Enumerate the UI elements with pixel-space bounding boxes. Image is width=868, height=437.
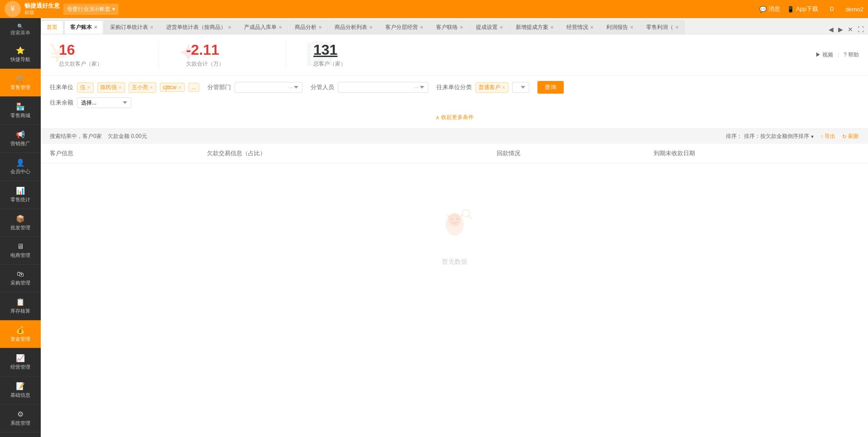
sidebar-item-retail-mall[interactable]: 🏪零售商城 [0,97,41,125]
col-due-date: 到期未收款日期 [645,144,868,163]
unit-tag-1-value: 伍 [80,84,86,91]
tab-close-product-inbound[interactable]: ✕ [278,25,282,30]
tab-close-business-situation[interactable]: ✕ [590,25,594,30]
tab-label-profit-report: 利润报告 [606,24,628,31]
unit-tag-2-remove[interactable]: ✕ [118,85,122,90]
inventory-label: 库存核算 [2,308,38,314]
tab-promotion-settings[interactable]: 提成设置✕ [470,20,509,34]
sidebar-item-purchase[interactable]: 🛍采购管理 [0,265,41,292]
sort-label: 排序： [726,133,742,140]
tab-product-analysis-list[interactable]: 商品分析列表✕ [329,20,379,34]
tab-close-profit-report[interactable]: ✕ [630,25,633,30]
tab-profit-report[interactable]: 利润报告✕ [600,20,639,34]
tab-purchase-order[interactable]: 采购订单统计表✕ [104,20,159,34]
tab-close-promotion-settings[interactable]: ✕ [499,25,503,30]
sidebar-item-inventory[interactable]: 📋库存核算 [0,292,41,320]
search-menu-btn[interactable]: 🔍 搜索菜单 [10,24,30,36]
app-title: 畅捷通好生意 [24,2,60,10]
tab-label-purchase-order: 采购订单统计表 [110,24,148,31]
export-btn[interactable]: ↑ 导出 [820,133,835,140]
avatar-text: D [830,6,834,12]
total-debt-value: -2.11 [186,42,224,58]
query-btn[interactable]: 查询 [537,81,564,94]
tab-close-all-btn[interactable]: ✕ [846,25,855,34]
tab-label-new-promotion: 新增提成方案 [516,24,548,31]
col-customer-info: 客户信息 [41,144,198,163]
tab-close-product-analysis[interactable]: ✕ [318,25,322,30]
tab-retail-profit[interactable]: 零售利润（✕ [640,20,685,34]
tab-label-home: 首页 [47,24,58,31]
sidebar-item-system[interactable]: ⚙系统管理 [0,404,41,432]
sidebar-item-operation[interactable]: 📈经营管理 [0,348,41,376]
tab-business-situation[interactable]: 经营情况✕ [561,20,599,34]
tab-customer-tier[interactable]: 客户分层经营✕ [379,20,429,34]
tab-close-product-analysis-list[interactable]: ✕ [369,25,373,30]
unit-tag-4-remove[interactable]: ✕ [178,85,182,90]
finance-label: 资金管理 [2,336,38,342]
basic-info-label: 基础信息 [2,392,38,399]
sidebar-search-area: 🔍 搜索菜单 [0,18,41,41]
tab-prev-btn[interactable]: ◀ [827,25,835,34]
tab-purchase-stats[interactable]: 进货单统计表（按商品）✕ [160,20,237,34]
tab-close-purchase-stats[interactable]: ✕ [228,25,231,30]
retail-stats-icon: 📊 [2,186,38,195]
refresh-btn[interactable]: ↻ 刷新 [842,133,859,140]
help-btn[interactable]: ? 帮助 [844,51,859,59]
filter-row-2: 往来余额 选择... [50,97,859,108]
tab-home[interactable]: 首页 [41,20,63,34]
basic-info-icon: 📝 [2,382,38,390]
tab-close-retail-profit[interactable]: ✕ [675,25,679,30]
person-more-btn[interactable]: ··· [414,85,418,90]
category-tag-1-value: 普通客户 [479,84,500,91]
tab-new-promotion[interactable]: 新增提成方案✕ [510,20,560,34]
video-btn[interactable]: ▶ 视频 [815,51,833,59]
video-label: 视频 [822,52,833,58]
sidebar-item-ecommerce[interactable]: 🖥电商管理 [0,237,41,265]
app-download-btn[interactable]: 📱 App下载 [787,5,818,13]
sidebar-item-enterprise[interactable]: 🤝企业协同 [0,432,41,437]
tab-label-retail-profit: 零售利润（ [646,24,673,31]
unit-tag-1-remove[interactable]: ✕ [87,85,91,90]
sidebar-item-retail-stats[interactable]: 📊零售统计 [0,181,41,209]
sidebar-item-basic-info[interactable]: 📝基础信息 [0,376,41,404]
tab-close-customer-contact[interactable]: ✕ [460,25,463,30]
sidebar-item-member[interactable]: 👤会员中心 [0,153,41,181]
tab-product-inbound[interactable]: 产成品入库单✕ [238,20,288,34]
tab-label-business-situation: 经营情况 [566,24,588,31]
retail-mgmt-label: 零售管理 [2,84,38,91]
member-label: 会员中心 [2,168,38,175]
sidebar-item-retail-mgmt[interactable]: 🛒零售管理 [0,69,41,97]
debt-amount: 欠款金额 0.00元 [108,133,147,139]
tab-close-purchase-order[interactable]: ✕ [150,25,153,30]
all-customers-label: 总客户（家） [313,60,346,68]
tab-product-analysis[interactable]: 商品分析✕ [289,20,328,34]
tab-close-customer-balance[interactable]: ✕ [94,25,97,30]
avatar[interactable]: D [825,2,839,16]
tab-next-btn[interactable]: ▶ [836,25,845,34]
dept-more-btn[interactable]: ··· [288,85,293,90]
sidebar-item-finance[interactable]: 💰资金管理 [0,320,41,348]
sidebar-item-quick-nav[interactable]: ⭐ 快捷导航 [0,41,41,69]
sort-selector[interactable]: 排序： 排序：按欠款金额倒序排序 ▾ [726,133,814,140]
category-filter-select[interactable] [512,82,529,93]
tab-close-new-promotion[interactable]: ✕ [550,25,554,30]
message-btn[interactable]: 💬 消息 [759,5,780,13]
tab-close-customer-tier[interactable]: ✕ [420,25,423,30]
tab-fullscreen-btn[interactable]: ⛶ [856,25,866,34]
tab-customer-contact[interactable]: 客户联络✕ [430,20,469,34]
account-selector[interactable]: 母婴行业演示帐套 ▾ [63,4,119,15]
sidebar-item-marketing[interactable]: 📢营销推广 [0,125,41,153]
tab-customer-balance[interactable]: 客户账本✕ [64,20,103,34]
sidebar-item-wholesale-mgmt[interactable]: 📦批发管理 [0,209,41,237]
inventory-icon: 📋 [2,298,38,306]
unit-tag-3-remove[interactable]: ✕ [149,85,153,90]
more-units-btn[interactable]: ... [188,83,199,92]
unit-tag-3: 王小亮 ✕ [129,82,156,93]
retail-stats-label: 零售统计 [2,196,38,203]
collapse-btn[interactable]: ∧ 收起更多条件 [434,112,475,123]
wholesale-mgmt-label: 批发管理 [2,224,38,231]
unit-tag-3-value: 王小亮 [132,84,148,91]
balance-filter-select[interactable]: 选择... [77,97,131,108]
category-tag-1-remove[interactable]: ✕ [502,85,505,90]
tab-label-customer-balance: 客户账本 [70,24,92,31]
